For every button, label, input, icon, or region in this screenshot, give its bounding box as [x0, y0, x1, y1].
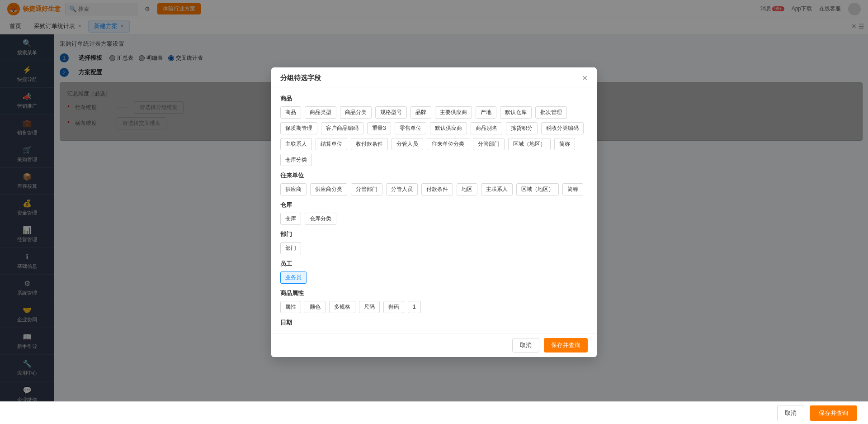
field-tags-dept: 部门 [280, 242, 588, 254]
section-title-product-attr: 商品属性 [280, 289, 588, 297]
field-tag-goods-category[interactable]: 商品分类 [340, 106, 372, 119]
field-tag-settlement-unit[interactable]: 结算单位 [316, 138, 347, 150]
field-tag-color[interactable]: 颜色 [305, 301, 326, 313]
section-title-goods: 商品 [280, 95, 588, 103]
field-tag-dept-partner[interactable]: 分管部门 [351, 183, 382, 195]
modal-body: 商品 商品 商品类型 商品分类 规格型号 品牌 主要供应商 产地 默认仓库 批次… [271, 87, 597, 333]
section-title-partner: 往来单位 [280, 172, 588, 180]
field-select-modal: 分组待选字段 ✕ 商品 商品 商品类型 商品分类 规格型号 品牌 主要供应商 产… [271, 67, 597, 357]
field-tag-supplier-cat[interactable]: 供应商分类 [310, 183, 347, 195]
field-tag-origin[interactable]: 产地 [476, 106, 496, 119]
save-confirm-button[interactable]: 保存并查询 [810, 405, 857, 421]
modal-title: 分组待选字段 [280, 74, 321, 82]
field-tag-salesperson[interactable]: 业务员 [280, 272, 307, 284]
field-tag-weight[interactable]: 重量3 [367, 122, 391, 134]
field-tag-region-goods[interactable]: 区域（地区） [508, 138, 551, 150]
field-tag-tax-code[interactable]: 税收分类编码 [541, 122, 584, 134]
field-tag-warehouse-cat-goods[interactable]: 仓库分类 [280, 154, 312, 166]
field-tag-warehouse[interactable]: 仓库 [280, 213, 301, 225]
field-tag-goods-type[interactable]: 商品类型 [305, 106, 336, 119]
field-tags-employee: 业务员 [280, 272, 588, 284]
cancel-button[interactable]: 取消 [777, 405, 804, 421]
field-tag-shelf-life[interactable]: 保质期管理 [280, 122, 317, 134]
field-tag-shoe-size[interactable]: 鞋码 [383, 301, 404, 313]
field-tag-region-partner[interactable]: 区域（地区） [516, 183, 559, 195]
section-title-dept: 部门 [280, 230, 588, 238]
field-tag-short-name-goods[interactable]: 简称 [554, 138, 575, 150]
field-tag-partner-category[interactable]: 往来单位分类 [427, 138, 469, 150]
field-tag-person-partner[interactable]: 分管人员 [386, 183, 418, 195]
modal-overlay: 分组待选字段 ✕ 商品 商品 商品类型 商品分类 规格型号 品牌 主要供应商 产… [0, 0, 868, 424]
field-tag-main-contact-partner[interactable]: 主联系人 [481, 183, 513, 195]
field-tags-partner: 供应商 供应商分类 分管部门 分管人员 付款条件 地区 主联系人 区域（地区） … [280, 183, 588, 195]
field-tag-dept-supervisor[interactable]: 分管部门 [473, 138, 505, 150]
field-tag-batch-mgmt[interactable]: 批次管理 [535, 106, 567, 119]
field-tag-customer-code[interactable]: 客户商品编码 [321, 122, 363, 134]
field-tag-multi-spec[interactable]: 多规格 [329, 301, 355, 313]
field-tag-attribute[interactable]: 属性 [280, 301, 301, 313]
modal-footer: 取消 保存并查询 [271, 333, 597, 357]
field-tag-warehouse-category[interactable]: 仓库分类 [305, 213, 336, 225]
field-tags-warehouse: 仓库 仓库分类 [280, 213, 588, 225]
field-tag-main-supplier[interactable]: 主要供应商 [435, 106, 472, 119]
bottom-bar: 取消 保存并查询 [0, 401, 868, 424]
field-tag-retail-unit[interactable]: 零售单位 [395, 122, 426, 134]
modal-confirm-button[interactable]: 保存并查询 [544, 338, 588, 353]
modal-header: 分组待选字段 ✕ [271, 67, 597, 87]
field-tag-payment-cond[interactable]: 付款条件 [421, 183, 453, 195]
modal-close-button[interactable]: ✕ [582, 74, 588, 82]
field-tag-dept[interactable]: 部门 [280, 242, 301, 254]
field-tag-goods-alias[interactable]: 商品别名 [471, 122, 502, 134]
field-tag-brand[interactable]: 品牌 [410, 106, 431, 119]
field-tag-payment-terms[interactable]: 收付款条件 [351, 138, 388, 150]
field-tag-pick-score[interactable]: 拣货积分 [506, 122, 538, 134]
section-title-employee: 员工 [280, 260, 588, 268]
section-title-date: 日期 [280, 319, 588, 327]
field-tags-goods: 商品 商品类型 商品分类 规格型号 品牌 主要供应商 产地 默认仓库 批次管理 … [280, 106, 588, 166]
field-tag-main-contact[interactable]: 主联系人 [280, 138, 312, 150]
field-tag-supplier[interactable]: 供应商 [280, 183, 307, 195]
field-tag-short-name-partner[interactable]: 简称 [562, 183, 583, 195]
field-tag-size[interactable]: 尺码 [359, 301, 380, 313]
field-tag-default-warehouse[interactable]: 默认仓库 [500, 106, 532, 119]
field-tags-product-attr: 属性 颜色 多规格 尺码 鞋码 1 [280, 301, 588, 313]
modal-cancel-button[interactable]: 取消 [512, 338, 539, 353]
section-title-warehouse: 仓库 [280, 201, 588, 209]
field-tag-default-supplier[interactable]: 默认供应商 [430, 122, 467, 134]
field-tag-supervisor[interactable]: 分管人员 [392, 138, 423, 150]
field-tag-area[interactable]: 地区 [457, 183, 477, 195]
field-tag-attr-1[interactable]: 1 [408, 301, 421, 313]
field-tag-goods[interactable]: 商品 [280, 106, 301, 119]
field-tag-spec-model[interactable]: 规格型号 [375, 106, 407, 119]
